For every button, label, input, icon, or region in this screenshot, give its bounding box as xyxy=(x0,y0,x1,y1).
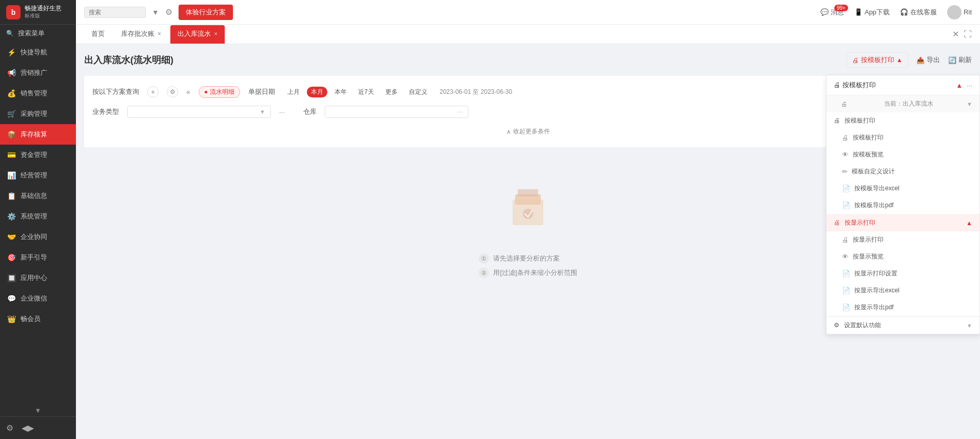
template-print-icon: 🖨 xyxy=(842,134,849,142)
sidebar-item-marketing[interactable]: 📢 营销推广 xyxy=(0,63,76,83)
dropdown-item-display-print-settings[interactable]: 📄 按显示打印设置 xyxy=(827,265,979,282)
dropdown-default-function[interactable]: ⚙ 设置默认功能 ▼ xyxy=(827,316,979,334)
sidebar-item-label: 系统管理 xyxy=(21,212,70,221)
sidebar-item-label: 畅会员 xyxy=(21,314,70,324)
app-download-btn[interactable]: 📱 App下载 xyxy=(854,8,890,17)
dropdown-item-display-export-excel[interactable]: 📄 按显示导出excel xyxy=(827,282,979,299)
template-export-pdf-label: 按模板导出pdf xyxy=(854,201,894,210)
sidebar-item-sales[interactable]: 💰 销售管理 xyxy=(0,83,76,104)
refresh-label: 刷新 xyxy=(958,55,972,65)
sidebar: b 畅捷通好生意 标准版 🔍 搜索菜单 ⚡ 快捷导航 📢 营销推广 💰 销售管理… xyxy=(0,0,76,439)
sidebar-item-purchase[interactable]: 🛒 采购管理 xyxy=(0,104,76,124)
topbar-dropdown-btn[interactable]: ▼ xyxy=(152,8,159,16)
filter-add-btn[interactable]: + xyxy=(147,86,159,97)
template-pdf-icon: 📄 xyxy=(842,202,850,209)
tabbar: 首页 库存批次账 × 出入库流水 × ✕ ⛶ xyxy=(76,25,980,44)
dropdown-item-template-export-pdf[interactable]: 📄 按模板导出pdf xyxy=(827,197,979,214)
trial-btn[interactable]: 体验行业方案 xyxy=(179,5,233,20)
guide-icon: 🎯 xyxy=(6,253,16,262)
date-shortcut-custom[interactable]: 自定义 xyxy=(405,87,432,97)
page-content: 出入库流水(流水明细) 🖨 按模板打印 ▲ 📤 导出 🔄 刷新 xyxy=(76,44,980,439)
filter-tag-label: 流水明细 xyxy=(210,88,234,96)
dropdown-panel: 🖨 按模板打印 ▲ ··· 🖨 当前：出入库流水 ▼ 🖨 xyxy=(826,75,980,334)
sidebar-item-membership[interactable]: 👑 畅会员 xyxy=(0,309,76,329)
date-shortcut-this-year[interactable]: 本年 xyxy=(330,87,351,97)
collapse-sidebar-icon[interactable]: ◀▶ xyxy=(22,423,34,433)
sidebar-item-label: 企业协同 xyxy=(21,232,70,242)
online-service-btn[interactable]: 🎧 在线客服 xyxy=(900,8,937,17)
sidebar-item-quick-nav[interactable]: ⚡ 快捷导航 xyxy=(0,42,76,63)
message-btn[interactable]: 💬 消息 99+ xyxy=(820,8,844,17)
app-download-label: App下载 xyxy=(865,8,890,17)
dropdown-item-display-preview[interactable]: 👁 按显示预览 xyxy=(827,248,979,265)
print-template-btn[interactable]: 🖨 按模板打印 ▲ xyxy=(847,52,908,68)
sidebar-item-label: 采购管理 xyxy=(21,109,70,118)
filter-settings-btn[interactable]: ⚙ xyxy=(167,86,178,97)
dropdown-current-section[interactable]: 🖨 当前：出入库流水 ▼ xyxy=(827,95,979,112)
topbar-right: 💬 消息 99+ 📱 App下载 🎧 在线客服 Rit xyxy=(820,5,972,19)
filter-collapse-btn[interactable]: « xyxy=(186,88,190,96)
sidebar-item-label: 营销推广 xyxy=(21,68,70,77)
page-actions: 🖨 按模板打印 ▲ 📤 导出 🔄 刷新 xyxy=(847,52,972,68)
dropdown-item-template-custom[interactable]: ✏ 模板自定义设计 xyxy=(827,163,979,180)
sidebar-item-corp-wechat[interactable]: 💬 企业微信 xyxy=(0,288,76,309)
filter-tag-active[interactable]: ● 流水明细 xyxy=(199,86,240,98)
sidebar-scroll-down[interactable]: ▼ xyxy=(0,405,76,416)
operations-icon: 📊 xyxy=(6,171,16,179)
dropdown-more-btn[interactable]: ··· xyxy=(967,82,972,89)
user-profile-btn[interactable]: Rit xyxy=(947,5,972,19)
display-export-excel-label: 按显示导出excel xyxy=(854,286,899,295)
close-window-btn[interactable]: ✕ xyxy=(951,30,959,38)
sidebar-item-corp-collab[interactable]: 🤝 企业协同 xyxy=(0,227,76,247)
tab-home[interactable]: 首页 xyxy=(84,25,112,44)
warehouse-label: 仓库 xyxy=(303,107,317,116)
date-shortcut-last-month[interactable]: 上月 xyxy=(283,87,304,97)
expand-window-btn[interactable]: ⛶ xyxy=(964,30,972,38)
dropdown-current-arrow: ▼ xyxy=(967,101,972,107)
sidebar-item-app-center[interactable]: 🔲 应用中心 xyxy=(0,268,76,288)
username-label: Rit xyxy=(964,8,972,16)
default-function-label: 设置默认功能 xyxy=(844,322,881,329)
sidebar-search[interactable]: 🔍 搜索菜单 xyxy=(0,25,76,42)
sidebar-item-finance[interactable]: 💳 资金管理 xyxy=(0,145,76,165)
sidebar-item-operations[interactable]: 📊 经营管理 xyxy=(0,165,76,186)
warehouse-field[interactable]: ··· xyxy=(325,106,468,118)
sidebar-item-inventory[interactable]: 📦 库存核算 xyxy=(0,124,76,145)
chevron-up-icon: ▲ xyxy=(896,56,903,64)
refresh-btn[interactable]: 🔄 刷新 xyxy=(948,55,972,65)
template-preview-icon: 👁 xyxy=(842,151,849,158)
date-shortcut-7days[interactable]: 近7天 xyxy=(354,87,378,97)
dropdown-item-template-preview[interactable]: 👁 按模板预览 xyxy=(827,146,979,163)
display-pdf-icon: 📄 xyxy=(842,304,850,311)
tab-stock-flow-close[interactable]: × xyxy=(214,30,218,37)
dropdown-item-display-print[interactable]: 🖨 按显示打印 xyxy=(827,231,979,248)
tab-batch-account[interactable]: 库存批次账 × xyxy=(114,25,168,44)
finance-icon: 💳 xyxy=(6,151,16,159)
business-type-field[interactable]: ▼ xyxy=(127,106,271,118)
sidebar-item-label: 快捷导航 xyxy=(21,48,70,57)
dropdown-section-display-header[interactable]: 🖨 按显示打印 ▲ xyxy=(827,214,979,231)
sidebar-item-label: 资金管理 xyxy=(21,150,70,159)
step-num-2: ② xyxy=(479,268,489,278)
sidebar-item-system[interactable]: ⚙️ 系统管理 xyxy=(0,206,76,227)
step-1-text: 请先选择要分析的方案 xyxy=(493,254,560,263)
date-shortcut-this-month[interactable]: 本月 xyxy=(307,87,327,97)
tab-stock-flow[interactable]: 出入库流水 × xyxy=(170,25,225,44)
template-custom-icon: ✏ xyxy=(842,168,848,175)
dropdown-item-display-export-pdf[interactable]: 📄 按显示导出pdf xyxy=(827,299,979,316)
dropdown-section-template-header[interactable]: 🖨 按模板打印 xyxy=(827,112,979,129)
display-export-pdf-label: 按显示导出pdf xyxy=(854,303,894,312)
search-input[interactable] xyxy=(84,7,146,18)
settings-footer-icon[interactable]: ⚙ xyxy=(6,423,13,433)
tab-batch-account-close[interactable]: × xyxy=(158,30,161,37)
dropdown-item-template-export-excel[interactable]: 📄 按模板导出excel xyxy=(827,180,979,197)
sidebar-item-guide[interactable]: 🎯 新手引导 xyxy=(0,247,76,268)
export-btn[interactable]: 📤 导出 xyxy=(916,55,940,65)
business-type-more-btn[interactable]: ··· xyxy=(279,108,285,116)
sidebar-nav: ⚡ 快捷导航 📢 营销推广 💰 销售管理 🛒 采购管理 📦 库存核算 💳 资金管… xyxy=(0,42,76,405)
online-service-label: 在线客服 xyxy=(910,8,937,17)
date-shortcut-more[interactable]: 更多 xyxy=(381,87,402,97)
dropdown-item-template-print[interactable]: 🖨 按模板打印 xyxy=(827,129,979,146)
topbar-gear-btn[interactable]: ⚙ xyxy=(165,7,172,17)
sidebar-item-basic-info[interactable]: 📋 基础信息 xyxy=(0,186,76,206)
